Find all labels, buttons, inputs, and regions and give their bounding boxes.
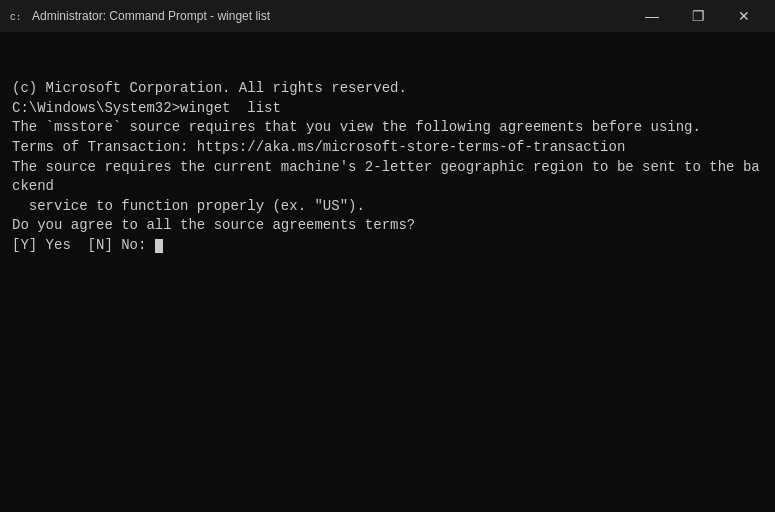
close-button[interactable]: ✕ [721, 0, 767, 32]
terminal-line: (c) Microsoft Corporation. All rights re… [12, 79, 763, 99]
svg-text:C:: C: [10, 12, 22, 23]
maximize-button[interactable]: ❐ [675, 0, 721, 32]
title-bar-left: C: Administrator: Command Prompt - winge… [8, 8, 270, 24]
terminal-line: service to function properly (ex. "US"). [12, 197, 763, 217]
terminal-line: The source requires the current machine'… [12, 158, 763, 197]
terminal-content[interactable]: (c) Microsoft Corporation. All rights re… [0, 32, 775, 512]
window: C: Administrator: Command Prompt - winge… [0, 0, 775, 512]
cmd-icon: C: [8, 8, 24, 24]
title-bar: C: Administrator: Command Prompt - winge… [0, 0, 775, 32]
terminal-line: The `msstore` source requires that you v… [12, 118, 763, 138]
window-title: Administrator: Command Prompt - winget l… [32, 9, 270, 23]
terminal-line: [Y] Yes [N] No: [12, 236, 763, 256]
cursor [155, 239, 163, 253]
terminal-line: Do you agree to all the source agreement… [12, 216, 763, 236]
terminal-line: C:\Windows\System32>winget list [12, 99, 763, 119]
minimize-button[interactable]: — [629, 0, 675, 32]
title-bar-controls: — ❐ ✕ [629, 0, 767, 32]
terminal-line: Terms of Transaction: https://aka.ms/mic… [12, 138, 763, 158]
